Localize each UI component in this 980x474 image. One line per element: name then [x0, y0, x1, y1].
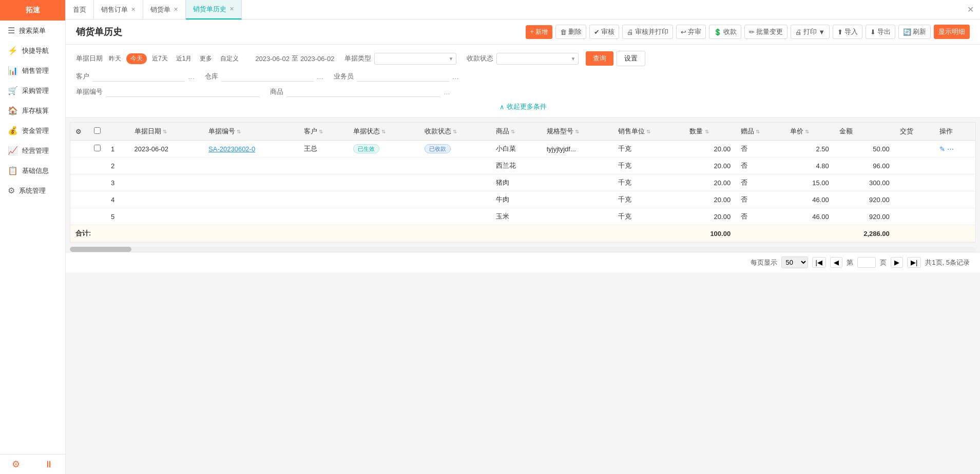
sidebar-item-finance[interactable]: 💰 资金管理	[0, 121, 65, 141]
page-prev-btn[interactable]: ◀	[830, 257, 842, 268]
doc-no-link[interactable]: SA-20230602-0	[208, 145, 255, 153]
sidebar-item-label: 基础信息	[22, 166, 49, 175]
sidebar-item-inventory[interactable]: 🏠 库存核算	[0, 101, 65, 121]
warehouse-dots-icon[interactable]: …	[317, 73, 323, 81]
date-from: 2023-06-02	[255, 55, 290, 63]
collect-button[interactable]: 💲 收款	[709, 25, 741, 39]
import-button[interactable]: ⬆ 导入	[833, 25, 862, 39]
warehouse-filter-group: 仓库 …	[205, 71, 323, 82]
row-checkbox[interactable]	[94, 145, 101, 151]
batch-change-button[interactable]: ✏ 批量变更	[744, 25, 787, 39]
new-button[interactable]: + 新增	[526, 25, 552, 39]
date-tab-custom[interactable]: 自定义	[217, 53, 242, 64]
date-label: 单据日期	[76, 54, 103, 63]
th-doc-status[interactable]: 单据状态 ⇅	[348, 123, 419, 141]
doc-type-select-wrapper: ▼	[374, 53, 456, 65]
cell-gift: 否	[736, 141, 785, 157]
warehouse-input[interactable]	[221, 71, 314, 82]
customer-input[interactable]	[92, 71, 185, 82]
agent-input[interactable]	[357, 71, 449, 82]
th-gift[interactable]: 赠品 ⇅	[736, 123, 785, 141]
table-header-row: ⚙ 单据日期 ⇅ 单据编号 ⇅ 客户 ⇅ 单据状态 ⇅ 收款状态 ⇅ 商品 ⇅ …	[70, 123, 975, 141]
sidebar-item-system[interactable]: ⚙ 系统管理	[0, 181, 65, 201]
print-button[interactable]: 🖨 打印 ▼	[791, 25, 830, 39]
cell-spec	[542, 208, 613, 225]
abandon-button[interactable]: ↩ 弃审	[676, 25, 706, 39]
th-customer[interactable]: 客户 ⇅	[299, 123, 348, 141]
date-tab-1month[interactable]: 近1月	[173, 53, 195, 64]
sidebar-item-label: 搜索菜单	[19, 26, 46, 35]
cell-trade	[895, 157, 934, 174]
tab-sales-goods[interactable]: 销货单 ✕	[143, 0, 186, 19]
customer-dots-icon[interactable]: …	[188, 73, 195, 81]
th-qty[interactable]: 数量 ⇅	[684, 123, 736, 141]
date-tab-yesterday[interactable]: 昨天	[106, 53, 124, 64]
sidebar-item-search-menu[interactable]: ☰ 搜索菜单	[0, 21, 65, 41]
cell-doc-status	[348, 191, 419, 208]
sidebar-item-base-info[interactable]: 📋 基础信息	[0, 161, 65, 181]
refresh-button[interactable]: 🔄 刷新	[898, 25, 931, 39]
sidebar-pause-icon[interactable]: ⏸	[44, 459, 53, 470]
th-collect-status[interactable]: 收款状态 ⇅	[419, 123, 491, 141]
cell-row-no: 1	[106, 141, 129, 157]
th-unit-price[interactable]: 单价 ⇅	[785, 123, 834, 141]
sidebar-item-operations[interactable]: 📈 经营管理	[0, 141, 65, 161]
action-more-icon[interactable]: ⋯	[947, 145, 954, 153]
sidebar-item-purchase[interactable]: 🛒 采购管理	[0, 81, 65, 101]
cell-doc-no: SA-20230602-0	[203, 141, 299, 157]
tab-home[interactable]: 首页	[66, 0, 94, 19]
gear-icon[interactable]: ⚙	[75, 128, 82, 135]
per-page-select[interactable]: 50 10 20 100	[781, 256, 808, 268]
cell-check	[89, 141, 106, 157]
sidebar-logo: 拓速	[0, 0, 65, 21]
tab-sales-order[interactable]: 销售订单 ✕	[94, 0, 143, 19]
doc-type-select[interactable]	[374, 53, 456, 65]
collapse-button[interactable]: ∧ 收起更多条件	[76, 102, 970, 111]
settings-button[interactable]: 设置	[617, 51, 645, 66]
date-tab-7days[interactable]: 近7天	[149, 53, 171, 64]
tab-sales-history-close[interactable]: ✕	[229, 6, 234, 12]
horizontal-scrollbar[interactable]	[70, 247, 976, 252]
audit-print-button[interactable]: 🖨 审核并打印	[622, 25, 673, 39]
doc-no-input[interactable]	[106, 87, 260, 97]
customer-sort-icon: ⇅	[319, 129, 323, 134]
th-date[interactable]: 单据日期 ⇅	[129, 123, 204, 141]
page-number-input[interactable]: 1	[857, 257, 876, 268]
export-button[interactable]: ⬇ 导出	[866, 25, 895, 39]
date-tab-today[interactable]: 今天	[126, 53, 147, 64]
action-edit-icon[interactable]: ✎	[939, 145, 945, 153]
sidebar-settings-icon[interactable]: ⚙	[12, 459, 20, 470]
print-dropdown-icon: ▼	[818, 28, 825, 36]
goods-dots-icon[interactable]: …	[444, 88, 450, 96]
th-goods[interactable]: 商品 ⇅	[491, 123, 542, 141]
cell-check	[89, 208, 106, 225]
scrollbar-thumb[interactable]	[70, 247, 131, 252]
delete-button[interactable]: 🗑 删除	[555, 25, 586, 39]
goods-input[interactable]	[286, 87, 440, 97]
page-last-btn[interactable]: ▶|	[907, 257, 921, 268]
cell-trade	[895, 208, 934, 225]
tab-sales-goods-close[interactable]: ✕	[174, 6, 178, 13]
sidebar-item-sales[interactable]: 📊 销售管理	[0, 61, 65, 81]
show-detail-button[interactable]: 显示明细	[934, 25, 970, 39]
filter-row-3: 单据编号 商品 …	[76, 87, 970, 97]
page-first-btn[interactable]: |◀	[812, 257, 826, 268]
sidebar-item-quick-nav[interactable]: ⚡ 快捷导航	[0, 41, 65, 61]
collect-status-select[interactable]	[496, 53, 579, 65]
page-next-btn[interactable]: ▶	[891, 257, 903, 268]
th-spec[interactable]: 规格型号 ⇅	[542, 123, 613, 141]
th-doc-no[interactable]: 单据编号 ⇅	[203, 123, 299, 141]
doc-no-filter-group: 单据编号	[76, 87, 260, 97]
cell-doc-no	[203, 208, 299, 225]
summary-total-amount: 2,286.00	[834, 225, 895, 242]
agent-dots-icon[interactable]: …	[452, 73, 459, 81]
audit-button[interactable]: ✔ 审核	[589, 25, 619, 39]
tabbar-close-btn[interactable]: ✕	[961, 5, 980, 14]
tab-sales-order-close[interactable]: ✕	[131, 6, 136, 13]
query-button[interactable]: 查询	[586, 51, 613, 66]
tab-sales-history[interactable]: 销货单历史 ✕	[186, 0, 242, 19]
date-tab-more[interactable]: 更多	[197, 53, 215, 64]
th-unit[interactable]: 销售单位 ⇅	[613, 123, 684, 141]
select-all-checkbox[interactable]	[94, 127, 101, 134]
summary-spacer	[129, 225, 685, 242]
